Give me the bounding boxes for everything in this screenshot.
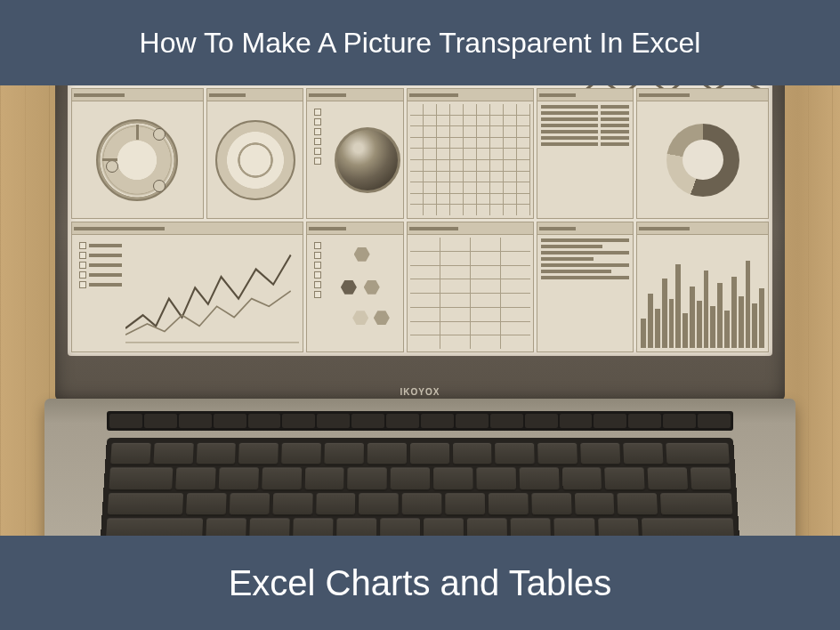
- title-text: How To Make A Picture Transparent In Exc…: [140, 27, 701, 60]
- panel-dial-1: [71, 88, 204, 219]
- laptop-brand: IKOYOX: [400, 387, 440, 397]
- footer-banner: Excel Charts and Tables: [0, 536, 840, 630]
- panel-hexagons: [306, 222, 404, 352]
- laptop-illustration: IKOYOX: [44, 53, 796, 594]
- dashboard-screen: [68, 62, 772, 356]
- panel-donut: [636, 88, 769, 219]
- panel-small-table: [407, 222, 533, 352]
- panel-globe-and-list: [306, 88, 404, 219]
- panel-list-2: [537, 222, 634, 352]
- panel-dial-2: [206, 88, 304, 219]
- title-banner: How To Make A Picture Transparent In Exc…: [0, 0, 840, 85]
- panel-line-chart: [71, 222, 303, 352]
- screen-bezel: IKOYOX: [55, 53, 785, 400]
- panel-list-1: [537, 88, 634, 219]
- panel-bar-chart: [636, 222, 769, 352]
- panel-data-grid: [407, 88, 533, 219]
- footer-text: Excel Charts and Tables: [229, 563, 612, 603]
- touchbar: [107, 411, 733, 431]
